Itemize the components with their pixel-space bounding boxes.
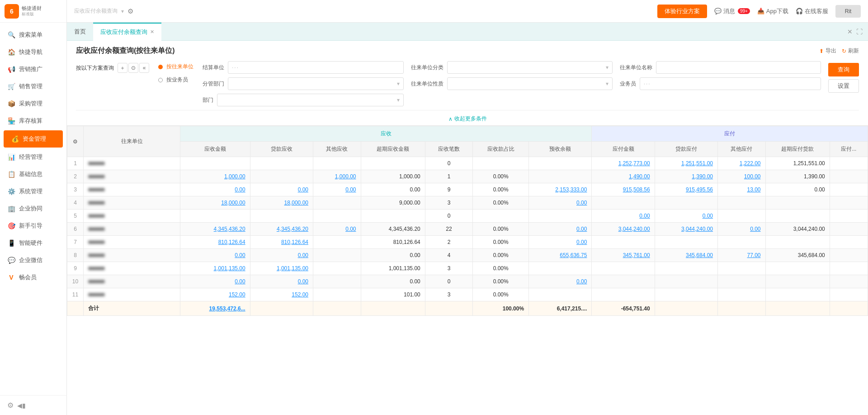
tab-ar-ap-query[interactable]: 应收应付余额查询 ✕ <box>93 23 161 41</box>
cell-prepay[interactable]: 0.00 <box>529 236 592 249</box>
cell-ar-other[interactable] <box>313 249 361 262</box>
window-close-icon[interactable]: ✕ <box>847 28 853 35</box>
sidebar-item-member[interactable]: V 畅会员 <box>0 269 66 286</box>
cell-prepay[interactable]: 0.00 <box>529 223 592 236</box>
partner-nature-select[interactable]: ▾ <box>447 77 612 90</box>
cell-ar-amount[interactable]: 1,000.00 <box>180 170 250 183</box>
filter-by-salesman[interactable]: 按业务员 <box>155 74 197 86</box>
dept-select[interactable]: ▾ <box>217 94 404 106</box>
cell-ap-loan[interactable] <box>655 275 717 288</box>
table-settings-icon[interactable]: ⚙ <box>73 138 78 145</box>
cell-prepay[interactable]: 655,636.75 <box>529 249 592 262</box>
settlement-unit-input[interactable]: ··· <box>228 61 404 74</box>
cell-ar-amount[interactable]: 18,000.00 <box>180 196 250 210</box>
cell-prepay[interactable]: 2,153,333.00 <box>529 183 592 196</box>
setting-btn[interactable]: 设置 <box>828 79 859 93</box>
cell-ap-other[interactable] <box>718 236 766 249</box>
cell-ap-loan[interactable]: 1,251,551.00 <box>655 157 717 170</box>
topbar-dropdown-icon[interactable]: ▾ <box>121 8 124 14</box>
cell-ar-other[interactable] <box>313 210 361 223</box>
cell-ar-amount[interactable]: 1,001,135.00 <box>180 262 250 275</box>
cell-ap-amount[interactable] <box>592 196 655 210</box>
cell-ar-loan[interactable] <box>250 157 313 170</box>
cell-ar-amount[interactable] <box>180 210 250 223</box>
cell-ar-loan[interactable]: 0.00 <box>250 275 313 288</box>
cell-ar-amount[interactable]: 810,126.64 <box>180 236 250 249</box>
cell-ap-loan[interactable] <box>655 288 717 301</box>
cell-ap-amount[interactable] <box>592 236 655 249</box>
sidebar-item-guide[interactable]: 🎯 新手引导 <box>0 217 66 234</box>
cell-ap-amount[interactable]: 915,508.56 <box>592 183 655 196</box>
sidebar-item-operations[interactable]: 📊 经营管理 <box>0 148 66 166</box>
sidebar-item-search-menu[interactable]: 🔍 搜索菜单 <box>0 26 66 43</box>
cell-ap-other[interactable] <box>718 288 766 301</box>
salesman-input[interactable]: ··· <box>640 77 821 90</box>
cell-ar-loan[interactable]: 1,001,135.00 <box>250 262 313 275</box>
cell-ap-loan[interactable] <box>655 236 717 249</box>
cell-ap-amount[interactable]: 0.00 <box>592 210 655 223</box>
cell-ap-other[interactable]: 77.00 <box>718 249 766 262</box>
dept-manage-select[interactable]: ▾ <box>228 77 404 90</box>
cell-prepay[interactable] <box>529 157 592 170</box>
cell-prepay[interactable] <box>529 210 592 223</box>
cell-ap-loan[interactable]: 1,390.00 <box>655 170 717 183</box>
sidebar-item-system[interactable]: ⚙️ 系统管理 <box>0 183 66 200</box>
cell-ap-loan[interactable]: 915,495.56 <box>655 183 717 196</box>
sidebar-item-basic-info[interactable]: 📋 基础信息 <box>0 166 66 183</box>
cell-ar-loan[interactable]: 0.00 <box>250 183 313 196</box>
cell-prepay[interactable]: 0.00 <box>529 275 592 288</box>
cell-ap-amount[interactable] <box>592 275 655 288</box>
sidebar-item-wechat[interactable]: 💬 企业微信 <box>0 252 66 269</box>
cell-ap-other[interactable]: 100.00 <box>718 170 766 183</box>
cell-ar-amount[interactable]: 4,345,436.20 <box>180 223 250 236</box>
cell-ap-loan[interactable] <box>655 196 717 210</box>
filter-add-icon[interactable]: ＋ <box>118 63 127 73</box>
cell-ar-amount[interactable]: 0.00 <box>180 249 250 262</box>
cell-ap-other[interactable] <box>718 196 766 210</box>
cell-ar-other[interactable]: 0.00 <box>313 223 361 236</box>
sidebar-collapse-icon[interactable]: ◀▮ <box>17 402 26 409</box>
cell-ar-other[interactable]: 0.00 <box>313 183 361 196</box>
partner-name-input[interactable] <box>656 61 821 74</box>
cell-ap-loan[interactable]: 345,684.00 <box>655 249 717 262</box>
cell-ar-amount[interactable]: 0.00 <box>180 275 250 288</box>
cell-ar-other[interactable] <box>313 275 361 288</box>
cell-ar-amount[interactable]: 152.00 <box>180 288 250 301</box>
refresh-btn[interactable]: ↻ 刷新 <box>842 47 859 55</box>
cell-ap-amount[interactable] <box>592 262 655 275</box>
cell-ar-other[interactable] <box>313 157 361 170</box>
filter-by-partner[interactable]: 按往来单位 <box>155 61 197 72</box>
cell-ar-other[interactable] <box>313 236 361 249</box>
cell-ap-loan[interactable] <box>655 262 717 275</box>
app-download-btn[interactable]: 📥 App下载 <box>757 7 788 15</box>
solution-btn[interactable]: 体验行业方案 <box>657 5 707 18</box>
cell-ap-amount[interactable]: 345,761.00 <box>592 249 655 262</box>
sidebar-item-marketing[interactable]: 📢 营销推广 <box>0 61 66 78</box>
online-service-btn[interactable]: 🎧 在线客服 <box>796 7 828 15</box>
messages-btn[interactable]: 💬 消息 99+ <box>714 7 750 15</box>
cell-ar-other[interactable] <box>313 196 361 210</box>
sidebar-item-finance[interactable]: 💰 资金管理 <box>4 130 63 148</box>
cell-ar-loan[interactable]: 18,000.00 <box>250 196 313 210</box>
cell-ap-other[interactable] <box>718 210 766 223</box>
cell-ar-loan[interactable]: 810,126.64 <box>250 236 313 249</box>
sidebar-item-quick-nav[interactable]: 🏠 快捷导航 <box>0 43 66 61</box>
sidebar-item-smart-hw[interactable]: 📱 智能硬件 <box>0 234 66 252</box>
cell-ap-other[interactable]: 0.00 <box>718 223 766 236</box>
cell-ar-other[interactable]: 1,000.00 <box>313 170 361 183</box>
cell-ap-other[interactable] <box>718 275 766 288</box>
collapse-conditions-btn[interactable]: ∧ 收起更多条件 <box>76 115 859 123</box>
cell-ar-loan[interactable]: 0.00 <box>250 249 313 262</box>
tab-home[interactable]: 首页 <box>67 23 93 41</box>
cell-ar-amount[interactable]: 0.00 <box>180 183 250 196</box>
user-avatar[interactable]: Rit <box>835 5 861 18</box>
filter-settings-icon[interactable]: ⊙ <box>128 63 138 73</box>
cell-ar-loan[interactable] <box>250 210 313 223</box>
cell-ar-loan[interactable]: 152.00 <box>250 288 313 301</box>
footer-ar-amount[interactable]: 19,553,472,6... <box>180 301 250 316</box>
query-btn[interactable]: 查询 <box>828 63 859 76</box>
cell-ar-loan[interactable]: 4,345,436.20 <box>250 223 313 236</box>
cell-ap-amount[interactable]: 3,044,240.00 <box>592 223 655 236</box>
cell-prepay[interactable] <box>529 262 592 275</box>
sidebar-item-sales[interactable]: 🛒 销售管理 <box>0 78 66 95</box>
